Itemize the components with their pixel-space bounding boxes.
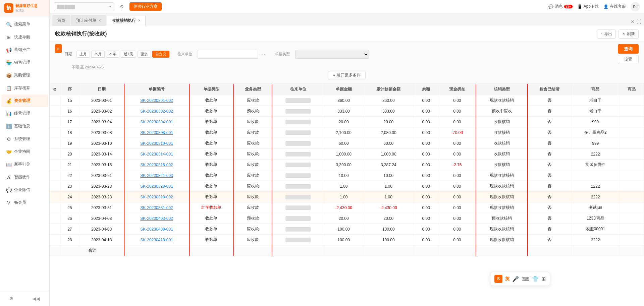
partner-input[interactable]	[198, 50, 258, 59]
enterprise-icon: 🤝	[6, 149, 11, 155]
settings-bottom-icon[interactable]: ⚙	[7, 294, 16, 303]
sidebar-item-purchase[interactable]: 📦 采购管理	[1, 69, 48, 81]
sidebar-item-search[interactable]: 🔍 搜索菜单	[1, 18, 48, 30]
cell-goods: 2222	[572, 181, 619, 192]
cell-date: 2023-03-15	[79, 160, 124, 170]
tab-collection-close[interactable]: ✕	[138, 19, 141, 22]
totals-row: 合计	[50, 245, 644, 256]
last-month-btn[interactable]: 上月	[76, 51, 90, 58]
purchase-icon: 📦	[6, 73, 11, 78]
query-button[interactable]: 查询	[618, 44, 639, 54]
cell-settings	[50, 224, 60, 235]
tabs-bar: 首页 预计应付单 ✕ 收款核销执行 ✕ ✕ ⛶	[50, 13, 644, 26]
sidebar-item-finance[interactable]: 💰 资金管理	[1, 95, 48, 107]
cell-doc-no[interactable]: SK-20230328-001	[124, 181, 189, 192]
watermark-shirt-icon: 👕	[532, 276, 539, 282]
cell-cash-discount: 0.00	[438, 117, 476, 127]
table-header: ⚙ 序 日期 单据编号 单据类型 业务类型 往来单位 单据金额 累计核销金额 余…	[50, 84, 644, 95]
cell-doc-no[interactable]: SK-20230314-001	[124, 149, 189, 160]
cell-doc-no[interactable]: SK-20230301-002	[124, 95, 189, 106]
user-name: Rit	[633, 5, 637, 9]
cell-settings	[50, 149, 60, 160]
cell-partner	[272, 202, 324, 213]
cell-amount: 3,390.00	[324, 160, 363, 170]
sidebar-item-member[interactable]: V 畅会员	[1, 196, 48, 209]
service-icon: 👤	[603, 4, 608, 9]
cell-biz-type: 应收款	[234, 235, 272, 245]
cell-cancel-type: 现款收款核销	[476, 95, 527, 106]
sidebar-item-inventory[interactable]: 📋 库存核算	[1, 82, 48, 94]
tab-home[interactable]: 首页	[52, 15, 70, 26]
settings-button[interactable]: 设置	[618, 55, 639, 64]
sidebar-item-sales[interactable]: 🏪 销售管理	[1, 56, 48, 69]
cell-amount: 100.00	[324, 224, 363, 235]
tab-payable[interactable]: 预计应付单 ✕	[71, 15, 106, 26]
table-row: 23 2023-03-28 SK-20230328-001 收款单 应收款 1.…	[50, 181, 644, 192]
refresh-button[interactable]: ↻ 刷新	[619, 29, 639, 39]
cell-doc-no[interactable]: SK-20230315-002	[124, 160, 189, 170]
cell-doc-no[interactable]: SK-20230308-001	[124, 127, 189, 138]
cell-doc-no[interactable]: SK-20230418-001	[124, 235, 189, 245]
cell-date: 2023-03-21	[79, 170, 124, 181]
doc-type-select[interactable]	[295, 50, 369, 59]
cell-seq: 21	[60, 160, 79, 170]
this-year-btn[interactable]: 本年	[106, 51, 119, 58]
sidebar-item-basic[interactable]: ℹ️ 基础信息	[1, 120, 48, 132]
cell-doc-no[interactable]: SK-20230403-002	[124, 213, 189, 224]
sidebar-item-marketing[interactable]: 📢 营销推广	[1, 44, 48, 56]
more-btn[interactable]: 更多	[138, 51, 151, 58]
topbar: ███████ ▾ ⚙ 体验行业方案 💬 消息 99+ 📱 App下载 👤 在线…	[50, 0, 644, 13]
topbar-gear-icon[interactable]: ⚙	[117, 2, 126, 11]
cell-goods2	[619, 149, 644, 160]
app-download-button[interactable]: 📱 App下载	[577, 4, 599, 9]
th-settings[interactable]: ⚙	[50, 84, 60, 95]
cell-balance: 0.00	[414, 138, 438, 149]
custom-btn[interactable]: 自定义	[152, 51, 169, 58]
sidebar-bottom: ⚙ ◀◀	[0, 291, 49, 306]
last-7days-btn[interactable]: 近7天	[121, 51, 136, 58]
sidebar-item-quicknav[interactable]: ⊞ 快捷导航	[1, 31, 48, 43]
sidebar-item-operations[interactable]: 📊 经营管理	[1, 107, 48, 120]
filter-collapse-btn[interactable]: »	[55, 44, 62, 53]
cell-doc-no[interactable]: SK-20230304-001	[124, 117, 189, 127]
cell-doc-no[interactable]: SK-20230328-002	[124, 192, 189, 202]
operations-icon: 📊	[6, 111, 11, 116]
tab-payable-close[interactable]: ✕	[98, 19, 101, 22]
sidebar-item-enterprise[interactable]: 🤝 企业协同	[1, 145, 48, 158]
expand-conditions-btn[interactable]: ▾ 展开更多条件	[328, 71, 366, 79]
sidebar-item-wechat[interactable]: 💬 企业微信	[1, 184, 48, 196]
sidebar-item-system[interactable]: ⚙ 系统管理	[1, 133, 48, 145]
messages-button[interactable]: 💬 消息 99+	[548, 4, 573, 9]
cell-doc-type: 收款单	[189, 170, 234, 181]
cell-doc-no[interactable]: SK-20230310-001	[124, 138, 189, 149]
cell-partner	[272, 95, 324, 106]
tab-expand-icon[interactable]: ⛶	[637, 19, 641, 24]
cell-doc-no[interactable]: SK-20230321-003	[124, 170, 189, 181]
sidebar-item-hardware[interactable]: 🖨 智能硬件	[1, 171, 48, 183]
tab-collection[interactable]: 收款核销执行 ✕	[107, 15, 146, 26]
cell-include-settled: 否	[527, 235, 572, 245]
topbar-search[interactable]: ███████ ▾	[54, 2, 114, 11]
cell-amount: 1,000.00	[324, 149, 363, 160]
industry-solution-button[interactable]: 体验行业方案	[129, 2, 162, 11]
cell-goods: 999	[572, 117, 619, 127]
table-row: 28 2023-04-18 SK-20230418-001 收款单 应收款 10…	[50, 235, 644, 245]
cell-goods: 测试jun	[572, 202, 619, 213]
th-balance: 余额	[414, 84, 438, 95]
cell-doc-no[interactable]: SK-20230408-001	[124, 224, 189, 235]
sidebar-item-guide[interactable]: 📖 新手引导	[1, 158, 48, 171]
cell-settings	[50, 181, 60, 192]
this-month-btn[interactable]: 本月	[91, 51, 105, 58]
cell-doc-no[interactable]: SK-20230302-002	[124, 106, 189, 117]
cell-doc-no[interactable]: SK-20230331-002	[124, 202, 189, 213]
collapse-icon[interactable]: ◀◀	[31, 294, 42, 303]
totals-cancel-type-cell	[476, 245, 527, 256]
tab-close-icon[interactable]: ✕	[631, 19, 635, 24]
online-service-button[interactable]: 👤 在线客服	[603, 4, 626, 9]
th-date: 日期	[79, 84, 124, 95]
partner-filter-label: 往来单位	[177, 52, 192, 57]
export-button[interactable]: ↑ 导出	[597, 29, 616, 39]
cell-balance: 0.00	[414, 95, 438, 106]
user-avatar[interactable]: Rit	[631, 2, 640, 11]
th-doc-type: 单据类型	[189, 84, 234, 95]
